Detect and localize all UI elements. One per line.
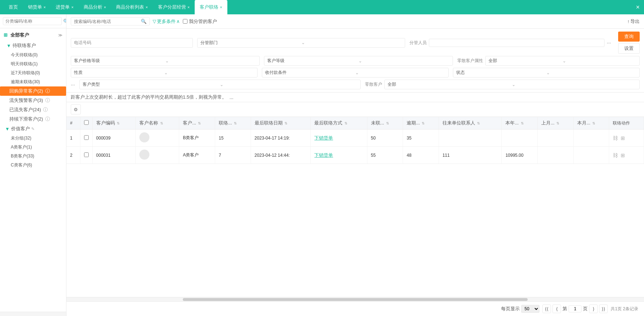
th-name[interactable]: 客户名称 ⇅: [136, 117, 179, 129]
nav-home[interactable]: 首页: [4, 0, 23, 14]
apps-icon[interactable]: ⊞: [621, 152, 625, 158]
cell-contacts: [439, 129, 501, 147]
sidebar-all-customers[interactable]: ⊞ 全部客户 ≫: [0, 30, 66, 41]
sort-icon: ⇅: [234, 121, 237, 125]
sort-icon: ⇅: [117, 121, 120, 125]
th-unreached[interactable]: 未联... ⇅: [367, 117, 403, 129]
table-wrap: # 客户编码 ⇅ 客户名称 ⇅ 客户...: [66, 117, 644, 297]
per-page-select[interactable]: 10 20 50 100: [521, 305, 539, 313]
first-page-btn[interactable]: ⟨⟨: [542, 305, 551, 313]
sidebar-item-repurchase-abnormal[interactable]: 回购异常客户(2) ⓘ: [0, 86, 66, 96]
nav-purchase-close[interactable]: ×: [71, 5, 73, 9]
sidebar-item-churned[interactable]: 已流失客户(24) ⓘ: [0, 105, 66, 114]
cell-name: [136, 147, 179, 164]
th-last-month[interactable]: 上月... ⇅: [538, 117, 574, 129]
query-btn[interactable]: 查询: [618, 32, 640, 42]
th-this-month[interactable]: 本月... ⇅: [573, 117, 609, 129]
nav-purchase[interactable]: 进货单 ×: [51, 0, 78, 14]
tooltip-text: 距客户上次交易时长，超过了此客户的平均交易周期的1.5倍，则视为异常。: [71, 94, 227, 100]
my-customers-toggle[interactable]: 我分管的客户: [183, 18, 217, 25]
th-contacts[interactable]: 往来单位联系人 ⇅: [439, 117, 501, 129]
method-link[interactable]: 下销货单: [314, 152, 333, 158]
window-close-btn[interactable]: ×: [636, 4, 640, 11]
sidebar-item-churn-warning[interactable]: 流失预警客户(3) ⓘ: [0, 96, 66, 105]
filter-status[interactable]: 状态 ⌄: [453, 68, 640, 77]
th-code[interactable]: 客户编码 ⇅: [92, 117, 136, 129]
nav-analysis-list-close[interactable]: ×: [145, 5, 148, 9]
customer-table: # 客户编码 ⇅ 客户名称 ⇅ 客户...: [66, 117, 644, 164]
horizontal-scrollbar[interactable]: [66, 297, 644, 301]
method-link[interactable]: 下销货单: [314, 135, 333, 141]
filter-payment-terms[interactable]: 收付款条件 ⌄: [262, 68, 449, 77]
filter-manager-input[interactable]: [429, 39, 604, 47]
filter-customer-grade[interactable]: 客户等级 ⌄: [264, 56, 453, 66]
row-checkbox[interactable]: [84, 135, 89, 140]
nav-analysis-list[interactable]: 商品分析列表 ×: [111, 0, 153, 14]
sidebar-value-title[interactable]: ▼ 价值客户 ✎: [1, 124, 66, 134]
filter-price-grade[interactable]: 客户价格等级 ⌄: [71, 56, 260, 66]
manager-dots-btn[interactable]: ···: [607, 40, 611, 46]
th-last-contact-date[interactable]: 最后联络日期 ⇅: [251, 117, 311, 129]
apps-icon[interactable]: ⊞: [621, 135, 625, 141]
per-page-control: 每页显示 10 20 50 100: [501, 305, 539, 313]
filter-retail-attr-select[interactable]: 全部 ⌄: [485, 56, 640, 66]
sidebar-search-icon[interactable]: 🔍: [63, 19, 66, 24]
sidebar-item-7days[interactable]: 近7天待联络(0): [1, 69, 66, 77]
nav-sales[interactable]: 销货单 ×: [23, 0, 51, 14]
sidebar-item-a-class[interactable]: A类客户(1): [1, 143, 66, 152]
select-all-checkbox[interactable]: [84, 120, 89, 125]
tooltip-dots[interactable]: ...: [230, 95, 233, 100]
sidebar-section-pending-title[interactable]: ▼ 待联络客户: [1, 41, 66, 51]
edit-icon[interactable]: ✎: [31, 127, 34, 131]
link-icon[interactable]: ⛓: [613, 152, 618, 158]
row4-dots[interactable]: ···: [71, 82, 75, 88]
last-page-btn[interactable]: ⟩⟩: [599, 305, 608, 313]
prev-page-btn[interactable]: ⟨: [552, 305, 561, 313]
page-input[interactable]: [569, 305, 582, 312]
th-contact[interactable]: 联络... ⇅: [215, 117, 251, 129]
filter-customer-type[interactable]: 客户类型 ⌄: [79, 80, 361, 89]
cell-last-contact-method: 下销货单: [311, 129, 367, 147]
sidebar-search-input[interactable]: [3, 17, 62, 25]
next-page-btn[interactable]: ⟩: [589, 305, 598, 313]
sidebar-item-today[interactable]: 今天待联络(0): [1, 51, 66, 60]
my-customers-checkbox[interactable]: [183, 19, 187, 24]
row-checkbox[interactable]: [84, 152, 89, 157]
cell-unreached: 55: [367, 147, 403, 164]
nav-analysis[interactable]: 商品分析 ×: [79, 0, 111, 14]
nav-sales-close[interactable]: ×: [43, 5, 46, 9]
filter-retail-customer-select[interactable]: 全部 ⌄: [384, 80, 640, 89]
nav-customer-mgmt-close[interactable]: ×: [187, 5, 190, 9]
sidebar-item-ungrouped[interactable]: 未分组(32): [1, 134, 66, 143]
nav-analysis-close[interactable]: ×: [104, 5, 106, 9]
cell-name: [136, 129, 179, 147]
table-settings-btn[interactable]: ⚙: [71, 104, 81, 114]
filter-phone-input[interactable]: [93, 40, 190, 45]
cell-last-contact-date: 2023-04-17 14:19:: [251, 129, 311, 147]
nav-customer-contact[interactable]: 客户联络 ×: [195, 0, 227, 14]
sidebar-value-section: ▼ 价值客户 ✎ 未分组(32) A类客户(1) B类客户(33) C类客户(6…: [0, 124, 66, 170]
chevron-down-icon: ⌄: [358, 58, 450, 63]
th-this-year[interactable]: 本年... ⇅: [502, 117, 538, 129]
sidebar-item-c-class[interactable]: C类客户(6): [1, 161, 66, 170]
export-btn[interactable]: ↑ 导出: [627, 18, 640, 25]
sidebar-item-overdue[interactable]: 逾期未联络(30): [1, 77, 66, 86]
link-icon[interactable]: ⛓: [613, 135, 618, 141]
sort-icon: ⇅: [477, 121, 480, 125]
more-conditions-btn[interactable]: ▽ 更多条件 ∧: [153, 18, 180, 25]
filter-dept[interactable]: 分管部门 ⌄: [197, 38, 405, 48]
settings-btn[interactable]: 设置: [618, 43, 640, 54]
th-overdue[interactable]: 逾期... ⇅: [403, 117, 439, 129]
th-last-contact-method[interactable]: 最后联络方式 ⇅: [311, 117, 367, 129]
sidebar-item-tomorrow[interactable]: 明天待联络(1): [1, 60, 66, 69]
sidebar-item-b-class[interactable]: B类客户(33): [1, 152, 66, 161]
nav-customer-mgmt[interactable]: 客户分层经营 ×: [153, 0, 195, 14]
search-input[interactable]: [74, 19, 141, 24]
sidebar-item-declining[interactable]: 持续下滑客户(2) ⓘ: [0, 114, 66, 124]
main-layout: 🔍 ⊞ 全部客户 ≫ ▼ 待联络客户 今天待联络(0) 明天待联络(1) 近7天…: [0, 14, 644, 316]
chevron-down-icon: ⌄: [220, 82, 357, 87]
filter-nature[interactable]: 性质 ⌄: [71, 68, 258, 77]
nav-customer-contact-close[interactable]: ×: [220, 5, 222, 9]
th-grade[interactable]: 客户... ⇅: [179, 117, 215, 129]
scrollbar-thumb[interactable]: [183, 298, 528, 301]
